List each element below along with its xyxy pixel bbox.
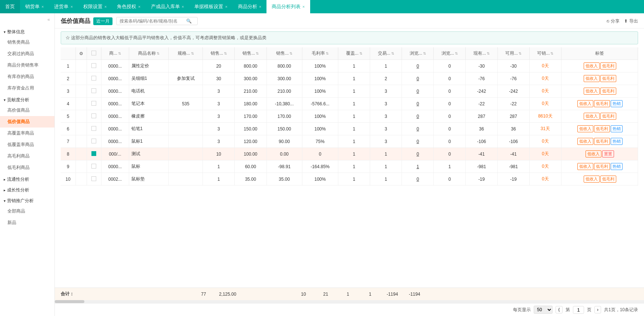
search-input[interactable] [120, 18, 186, 24]
cell-browse1[interactable]: 1 [402, 160, 434, 173]
cell-checkbox[interactable] [87, 135, 101, 148]
export-icon: ⬆ [624, 18, 628, 24]
page-size-select[interactable]: 50 100 [534, 306, 553, 314]
th-spec[interactable]: 规格...⇅ [169, 47, 203, 60]
th-browse1[interactable]: 浏览...⇅ [402, 47, 434, 60]
row-checkbox[interactable] [91, 151, 96, 156]
cell-browse1[interactable]: 0 [402, 110, 434, 123]
row-checkbox[interactable] [91, 63, 96, 68]
close-icon[interactable]: × [41, 4, 44, 9]
sidebar-item-stock-capital[interactable]: 库存资金占用 [0, 82, 54, 94]
horizontal-scrollbar[interactable] [55, 300, 644, 303]
table-body: 10000...属性定价20800.00800.00100%1100-30-30… [61, 60, 638, 186]
sidebar-item-stock-goods[interactable]: 有库存的商品 [0, 71, 54, 82]
row-checkbox[interactable] [91, 113, 96, 118]
sidebar-item-traded-goods[interactable]: 交易过的商品 [0, 48, 54, 60]
close-icon[interactable]: × [225, 4, 227, 9]
sidebar-item-sales-goods[interactable]: 销售类商品 [0, 37, 54, 48]
cell-checkbox[interactable] [87, 85, 101, 98]
cell-browse1[interactable]: 0 [402, 135, 434, 148]
cell-browse1[interactable]: 0 [402, 72, 434, 85]
th-sellable[interactable]: 可销...⇅ [529, 47, 561, 60]
cell-browse1[interactable]: 0 [402, 60, 434, 72]
close-icon[interactable]: × [104, 4, 107, 9]
cell-checkbox[interactable] [87, 98, 101, 110]
page-input[interactable] [573, 306, 584, 314]
export-button[interactable]: ⬆ 导出 [624, 18, 638, 24]
nav-product-analysis[interactable]: 商品分析 × [233, 0, 266, 13]
th-margin[interactable]: 毛利率⇅ [302, 47, 338, 60]
th-sales-qty[interactable]: 销售...⇅ [203, 47, 235, 60]
row-checkbox[interactable] [91, 164, 96, 169]
row-checkbox[interactable] [91, 126, 96, 131]
scrollbar-thumb[interactable] [55, 300, 84, 303]
row-checkbox[interactable] [91, 76, 96, 81]
cell-browse1[interactable]: 0 [402, 98, 434, 110]
cell-browse1[interactable]: 0 [402, 148, 434, 160]
filter-tag-month[interactable]: 近一月 [93, 17, 113, 25]
close-icon[interactable]: × [302, 4, 305, 9]
nav-product-analysis-list[interactable]: 商品分析列表 × [266, 0, 310, 13]
sidebar-item-new-goods[interactable]: 新品 [0, 217, 54, 228]
close-icon[interactable]: × [259, 4, 261, 9]
close-icon[interactable]: × [182, 4, 184, 9]
nav-purchase[interactable]: 进货单 × [49, 0, 78, 13]
sidebar-item-high-margin[interactable]: 高毛利商品 [0, 150, 54, 162]
cell-browse1[interactable]: 0 [402, 123, 434, 135]
close-icon[interactable]: × [70, 4, 73, 9]
th-code[interactable]: 商...⇅ [101, 47, 129, 60]
sidebar-item-all-goods[interactable]: 全部商品 [0, 205, 54, 217]
nav-sales-order[interactable]: 销货单 × [20, 0, 49, 13]
th-sales-amount[interactable]: 销售...⇅ [266, 47, 302, 60]
next-page-btn[interactable]: › [594, 306, 601, 313]
row-checkbox[interactable] [91, 139, 96, 143]
cell-checkbox[interactable] [87, 110, 101, 123]
sidebar-group-growth[interactable]: ▸ 成长性分析 [0, 184, 54, 195]
th-current[interactable]: 现有...⇅ [466, 47, 497, 60]
th-name[interactable]: 商品名称⇅ [129, 47, 168, 60]
gear-icon[interactable]: ⚙ [79, 51, 83, 56]
cell-checkbox[interactable] [87, 148, 101, 160]
cell-checkbox[interactable] [87, 60, 101, 72]
sidebar-group-liquidity[interactable]: ▸ 流通性分析 [0, 173, 54, 184]
sidebar-group-marketing[interactable]: ▾ 营销推广分析 [0, 195, 54, 205]
cell-current: 36 [466, 123, 497, 135]
cell-checkbox[interactable] [87, 72, 101, 85]
cell-checkbox[interactable] [87, 123, 101, 135]
select-all-checkbox[interactable] [91, 51, 96, 55]
row-checkbox[interactable] [91, 176, 96, 181]
th-transaction[interactable]: 交易...⇅ [370, 47, 402, 60]
footer-browse1: 1 [337, 292, 359, 297]
th-sales-price[interactable]: 销售...⇅ [235, 47, 266, 60]
cell-code: 0002... [101, 173, 129, 186]
cell-code: 0000... [101, 85, 129, 98]
sidebar-item-low-value[interactable]: 低价值商品 [0, 116, 54, 128]
cell-checkbox[interactable] [87, 173, 101, 186]
th-available[interactable]: 可用...⇅ [497, 47, 529, 60]
sidebar-item-low-margin[interactable]: 低毛利商品 [0, 162, 54, 173]
th-coverage[interactable]: 覆盖...⇅ [338, 47, 370, 60]
cell-browse1[interactable]: 0 [402, 173, 434, 186]
sidebar-item-high-value[interactable]: 高价值商品 [0, 105, 54, 116]
nav-home[interactable]: 首页 [0, 0, 20, 13]
row-checkbox[interactable] [91, 88, 96, 93]
th-browse2[interactable]: 浏览...⇅ [434, 47, 466, 60]
row-checkbox[interactable] [91, 101, 96, 106]
close-icon[interactable]: × [138, 4, 140, 9]
sidebar-collapse-btn[interactable]: « [46, 16, 51, 24]
cell-checkbox[interactable] [87, 160, 101, 173]
nav-product-inbound[interactable]: 产成品入库单 × [146, 0, 189, 13]
cell-browse1[interactable]: 0 [402, 85, 434, 98]
nav-template-settings[interactable]: 单据模板设置 × [189, 0, 232, 13]
search-icon[interactable]: 🔍 [186, 18, 192, 24]
share-button[interactable]: ⎋ 分享 [607, 18, 620, 24]
sidebar-item-low-coverage[interactable]: 低覆盖率商品 [0, 139, 54, 150]
nav-permission[interactable]: 权限设置 × [78, 0, 112, 13]
sidebar-item-high-coverage[interactable]: 高覆盖率商品 [0, 128, 54, 139]
sidebar-item-category-rate[interactable]: 商品分类销售率 [0, 60, 54, 71]
first-page-btn[interactable]: ⟨ [556, 306, 563, 313]
cell-available: 287 [497, 110, 529, 123]
sidebar-group-overall[interactable]: ▾ 整体信息 [0, 26, 54, 37]
nav-role-auth[interactable]: 角色授权 × [112, 0, 145, 13]
sidebar-group-contribution[interactable]: ▾ 贡献度分析 [0, 94, 54, 105]
